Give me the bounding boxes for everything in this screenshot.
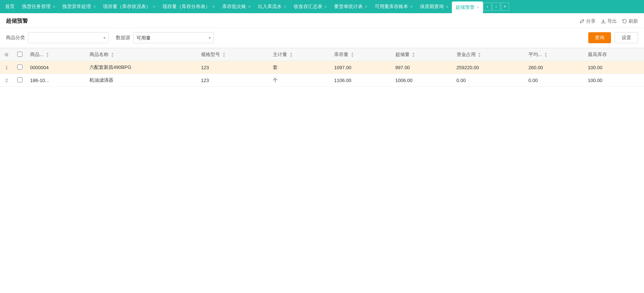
stock-dist-label: 现存量（库存分布表） xyxy=(162,3,210,10)
order-stats-label: 要货单统计表 xyxy=(334,3,363,10)
collect-summary-label: 收发存汇总表 xyxy=(294,3,322,10)
col-stock-label: 库存量 xyxy=(334,52,348,57)
settings-button[interactable]: 设置 xyxy=(615,32,638,43)
row-num: 1 xyxy=(5,65,8,70)
row-max-stock: 100.00 xyxy=(584,74,644,87)
query-button[interactable]: 查询 xyxy=(588,32,611,43)
col-stock: 库存量 ▲▼ xyxy=(330,48,392,61)
topbar: 首页 拣货任务管理 × 拣货异常处理 × 现存量（库存状况表） × 现存量（库存… xyxy=(0,0,644,13)
row-max-stock: 100.00 xyxy=(584,61,644,74)
datasource-filter-group: 数据源 可用量 ▾ xyxy=(116,32,214,43)
row-avg: 260.00 xyxy=(525,61,584,74)
nav-overstock-alert[interactable]: 超储预警 × xyxy=(452,1,483,13)
sort-avg-icon[interactable]: ▲▼ xyxy=(544,52,547,58)
nav-available-ledger[interactable]: 可用量库存账本 × xyxy=(371,0,416,13)
nav-order-stats[interactable]: 要货单统计表 × xyxy=(330,0,371,13)
sort-product-name-icon[interactable]: ▲▼ xyxy=(111,52,114,58)
row-gear-cell: 1 xyxy=(0,61,13,74)
sort-unit-icon[interactable]: ▲▼ xyxy=(290,52,293,58)
home-label: 首页 xyxy=(5,3,15,10)
export-icon xyxy=(601,19,606,24)
category-select[interactable] xyxy=(28,32,109,43)
task-mgmt-label: 拣货任务管理 xyxy=(22,3,51,10)
close-available-ledger-icon[interactable]: × xyxy=(410,4,413,9)
row-avg: 0.00 xyxy=(525,74,584,87)
col-max-stock-label: 最高库存 xyxy=(588,52,607,57)
row-product-code: 186-10... xyxy=(26,74,86,87)
refresh-button[interactable]: 刷新 xyxy=(622,18,638,25)
nav-next-button[interactable]: › xyxy=(492,3,500,11)
col-avg-label: 平均... xyxy=(528,52,542,57)
row-spec: 123 xyxy=(197,61,269,74)
row-capital: 0.00 xyxy=(453,74,525,87)
nav-inout-flow[interactable]: 出入库流水 × xyxy=(254,0,290,13)
gear-settings-icon[interactable]: ⚙ xyxy=(4,52,9,58)
page-title: 超储预警 xyxy=(6,18,28,25)
close-expiry-query-icon[interactable]: × xyxy=(446,4,448,9)
table-body: 1 0000004 六配套新昌490BPG 123 套 1097.00 997.… xyxy=(0,61,644,87)
abnormal-label: 拣货异常处理 xyxy=(62,3,91,10)
close-abnormal-icon[interactable]: × xyxy=(93,4,95,9)
row-checkbox[interactable] xyxy=(17,77,22,82)
row-product-name: 机油滤清器 xyxy=(86,74,197,87)
datasource-select[interactable]: 可用量 xyxy=(133,32,214,43)
row-checkbox-cell xyxy=(13,61,26,74)
col-unit: 主计量 ▲▼ xyxy=(269,48,330,61)
row-gear-cell: 2 xyxy=(0,74,13,87)
row-unit: 套 xyxy=(269,61,330,74)
expiry-query-label: 保质期查询 xyxy=(420,3,444,10)
header-actions: 分享 导出 刷新 xyxy=(579,18,638,25)
close-order-stats-icon[interactable]: × xyxy=(365,4,367,9)
close-task-mgmt-icon[interactable]: × xyxy=(53,4,55,9)
sort-overstock-icon[interactable]: ▲▼ xyxy=(412,52,415,58)
col-capital-label: 资金占用 xyxy=(457,52,476,57)
close-stock-status-icon[interactable]: × xyxy=(153,4,155,9)
export-label: 导出 xyxy=(607,18,617,25)
sort-spec-icon[interactable]: ▲▼ xyxy=(223,52,226,58)
nav-prev-button[interactable]: ‹ xyxy=(483,3,491,11)
nav-expiry-query[interactable]: 保质期查询 × xyxy=(416,0,452,13)
export-button[interactable]: 导出 xyxy=(601,18,617,25)
col-product-name-label: 商品名称 xyxy=(89,52,109,57)
available-ledger-label: 可用量库存账本 xyxy=(375,3,408,10)
nav-abnormal[interactable]: 拣货异常处理 × xyxy=(59,0,99,13)
col-spec-label: 规格型号 xyxy=(201,52,220,57)
datasource-filter-label: 数据源 xyxy=(116,34,130,41)
datasource-select-wrapper: 可用量 ▾ xyxy=(133,32,214,43)
nav-batch-ledger[interactable]: 库存批次账 × xyxy=(219,0,254,13)
row-product-name: 六配套新昌490BPG xyxy=(86,61,197,74)
table-area: ⚙ 商品... ▲▼ 商品名称 ▲▼ 规格型号 ▲▼ xyxy=(0,48,644,87)
col-product-code-label: 商品... xyxy=(30,52,44,57)
refresh-label: 刷新 xyxy=(629,18,638,25)
nav-stock-dist[interactable]: 现存量（库存分布表） × xyxy=(159,0,218,13)
share-button[interactable]: 分享 xyxy=(579,18,596,25)
sort-product-code-icon[interactable]: ▲▼ xyxy=(46,52,49,58)
col-capital: 资金占用 ▲▼ xyxy=(453,48,525,61)
nav-more-button[interactable]: × xyxy=(501,3,509,11)
share-icon xyxy=(579,19,585,24)
sort-stock-icon[interactable]: ▲▼ xyxy=(351,52,354,58)
sort-capital-icon[interactable]: ▲▼ xyxy=(478,52,481,58)
category-filter-label: 商品分类 xyxy=(6,34,25,41)
overstock-alert-label: 超储预警 xyxy=(455,4,475,11)
col-product-name: 商品名称 ▲▼ xyxy=(86,48,197,61)
nav-task-mgmt[interactable]: 拣货任务管理 × xyxy=(18,0,59,13)
close-batch-ledger-icon[interactable]: × xyxy=(248,4,250,9)
nav-stock-status[interactable]: 现存量（库存状况表） × xyxy=(99,0,159,13)
nav-collect-summary[interactable]: 收发存汇总表 × xyxy=(290,0,330,13)
col-max-stock: 最高库存 xyxy=(584,48,644,61)
close-collect-summary-icon[interactable]: × xyxy=(325,4,327,9)
close-inout-flow-icon[interactable]: × xyxy=(284,4,286,9)
row-overstock: 1006.00 xyxy=(392,74,453,87)
select-all-checkbox[interactable] xyxy=(17,52,22,57)
col-spec: 规格型号 ▲▼ xyxy=(197,48,269,61)
table-header-row: ⚙ 商品... ▲▼ 商品名称 ▲▼ 规格型号 ▲▼ xyxy=(0,48,644,61)
close-overstock-alert-icon[interactable]: × xyxy=(477,5,479,10)
nav-home[interactable]: 首页 xyxy=(1,0,18,13)
close-stock-dist-icon[interactable]: × xyxy=(212,4,215,9)
row-unit: 个 xyxy=(269,74,330,87)
data-table: ⚙ 商品... ▲▼ 商品名称 ▲▼ 规格型号 ▲▼ xyxy=(0,48,644,87)
row-checkbox-cell xyxy=(13,74,26,87)
row-checkbox[interactable] xyxy=(17,64,22,70)
col-unit-label: 主计量 xyxy=(273,52,287,57)
